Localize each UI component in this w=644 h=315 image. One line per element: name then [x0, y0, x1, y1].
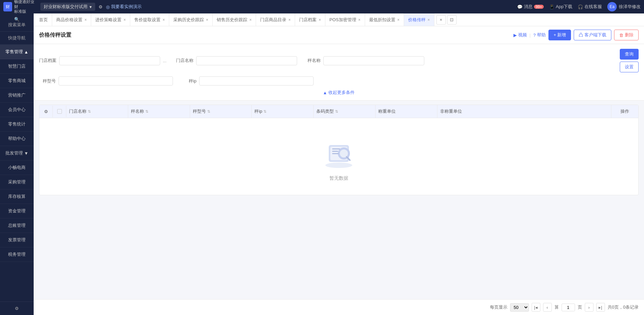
header-checkbox[interactable]: [57, 109, 62, 114]
tab-close-store-catalog[interactable]: ×: [288, 18, 291, 22]
tab-product-pricing[interactable]: 商品价格设置 ×: [52, 13, 91, 26]
per-page-select[interactable]: 50 10 20 100: [510, 303, 529, 312]
prev-page-icon: ‹: [546, 305, 548, 310]
tab-close-purchase-strategy[interactable]: ×: [123, 18, 126, 22]
tab-store-archive[interactable]: 门店档案 ×: [295, 13, 325, 26]
online-service-btn[interactable]: 🎧 在线客服: [578, 4, 602, 10]
form-field-store-archive: 门店档案 ...: [39, 56, 169, 65]
tab-close-product-pricing[interactable]: ×: [84, 18, 87, 22]
delete-btn[interactable]: 🗑 删除: [614, 30, 639, 40]
sidebar-item-general-ledger[interactable]: 总账管理: [0, 218, 34, 233]
sidebar-item-tax-management[interactable]: 税务管理: [0, 247, 34, 262]
download-client-btn[interactable]: 凸 客户端下载: [574, 30, 611, 40]
app-title: 畅捷通好业财 标准版: [14, 0, 37, 14]
tab-pos-management[interactable]: POS加密管理 ×: [325, 13, 365, 26]
form-field-scale-model: 秤型号: [39, 76, 173, 85]
svg-rect-8: [332, 153, 339, 154]
sidebar-quick-nav[interactable]: 快捷导航: [0, 32, 34, 45]
sort-icon-store[interactable]: ⇅: [88, 109, 91, 114]
tab-close-purchase-history[interactable]: ×: [206, 18, 208, 22]
page-label: 算: [554, 304, 559, 310]
sidebar-search[interactable]: 🔍 搜索菜单: [0, 13, 34, 32]
version-selector[interactable]: 好业财标准版交付试用 ▾: [40, 3, 95, 11]
settings-form-btn[interactable]: 设置: [620, 62, 639, 72]
sidebar-item-retail-mall[interactable]: 零售商城: [0, 74, 34, 88]
user-menu-btn[interactable]: Ea 徐泽华修改: [607, 2, 641, 11]
collapse-btn[interactable]: ▲ 收起更多条件: [323, 90, 355, 96]
page-number-input[interactable]: [562, 304, 575, 311]
sidebar-item-smart-store[interactable]: 智慧门店: [0, 59, 34, 74]
sort-icon-scale-name[interactable]: ⇅: [145, 109, 148, 114]
first-page-icon: |◂: [534, 305, 537, 310]
top-bar-right: 💬 消息 99+ 📱 App下载 🎧 在线客服 Ea 徐泽华修改: [517, 2, 641, 11]
sidebar-item-marketing[interactable]: 营销推广: [0, 88, 34, 103]
tab-min-discount[interactable]: 最低折扣设置 ×: [365, 13, 404, 26]
search-form: 门店档案 ... 门店名称 秤名称: [34, 44, 644, 101]
sidebar-item-label: 资金管理: [8, 208, 26, 214]
video-link[interactable]: ▶ 视频: [513, 32, 527, 38]
demo-link[interactable]: ◎ 我要看实例演示: [106, 4, 142, 10]
tab-close-current-btn[interactable]: ×: [436, 15, 446, 25]
tab-home[interactable]: 首页: [35, 13, 52, 26]
th-settings[interactable]: ⚙: [39, 106, 53, 117]
separator-1: |: [530, 33, 531, 38]
tab-price-extract[interactable]: 售价提取设置 ×: [130, 13, 169, 26]
messages-btn[interactable]: 💬 消息 99+: [517, 4, 544, 10]
th-scale-model: 秤型号 ⇅: [190, 105, 252, 118]
tab-close-price-scale[interactable]: ×: [428, 18, 430, 22]
tab-close-price-extract[interactable]: ×: [163, 18, 165, 22]
last-page-btn[interactable]: ▸|: [596, 303, 605, 312]
app-download-btn[interactable]: 📱 App下载: [549, 4, 572, 10]
store-archive-input[interactable]: [59, 56, 160, 65]
sort-icon-scale-ip[interactable]: ⇅: [263, 109, 266, 114]
sidebar-item-retail-stats[interactable]: 零售统计: [0, 117, 34, 132]
sidebar-item-capital-management[interactable]: 资金管理: [0, 204, 34, 218]
sidebar-item-label: 税务管理: [8, 251, 26, 257]
gear-icon: ⚙: [15, 306, 19, 311]
tab-purchase-history[interactable]: 采购历史价跟踪 ×: [169, 13, 213, 26]
first-page-btn[interactable]: |◂: [532, 303, 540, 312]
settings-icon-top[interactable]: ⚙: [99, 4, 103, 9]
th-checkbox[interactable]: [53, 106, 66, 117]
search-btn[interactable]: 查询: [620, 49, 639, 60]
sidebar: 🔍 搜索菜单 快捷导航 零售管理 ▲ 智慧门店 零售商城 营销推广 会员中心 零…: [0, 13, 34, 315]
help-link[interactable]: ? 帮助: [533, 32, 546, 38]
sidebar-item-inventory[interactable]: 库存核算: [0, 189, 34, 204]
prev-page-btn[interactable]: ‹: [543, 303, 552, 312]
add-btn[interactable]: + 新增: [548, 30, 571, 40]
sidebar-item-wholesale-management[interactable]: 批发管理 ▼: [0, 146, 34, 161]
page-title: 价格传秤设置: [39, 32, 71, 39]
store-archive-ellipsis-btn[interactable]: ...: [160, 57, 169, 65]
tab-sales-history[interactable]: 销售历史价跟踪 ×: [213, 13, 256, 26]
sidebar-item-retail-management[interactable]: 零售管理 ▲: [0, 45, 34, 59]
tab-price-scale[interactable]: 价格传秤 ×: [404, 13, 434, 26]
tab-close-store-archive[interactable]: ×: [319, 18, 321, 22]
sort-icon-barcode-type[interactable]: ⇅: [335, 109, 338, 114]
search-icon: 🔍: [3, 17, 30, 22]
sidebar-item-xiaochangec[interactable]: 小畅电商: [0, 161, 34, 175]
store-name-label: 门店名称: [176, 58, 193, 64]
tab-purchase-strategy[interactable]: 进价策略设置 ×: [91, 13, 130, 26]
sidebar-item-purchase-management[interactable]: 采购管理: [0, 175, 34, 189]
sidebar-item-invoice-management[interactable]: 发票管理: [0, 233, 34, 247]
scale-name-input[interactable]: [323, 56, 424, 65]
tab-store-catalog[interactable]: 门店商品目录 ×: [256, 13, 295, 26]
next-page-btn[interactable]: ›: [585, 303, 594, 312]
tab-close-pos-management[interactable]: ×: [358, 18, 361, 22]
store-name-input[interactable]: [196, 56, 297, 65]
sidebar-item-help-center[interactable]: 帮助中心: [0, 132, 34, 146]
sidebar-settings-btn[interactable]: ⚙: [0, 302, 34, 315]
table-area: ⚙ 门店名称 ⇅ 秤名称 ⇅ 秤型号: [34, 101, 644, 299]
scale-ip-input[interactable]: [199, 76, 314, 85]
main-layout: 🔍 搜索菜单 快捷导航 零售管理 ▲ 智慧门店 零售商城 营销推广 会员中心 零…: [0, 13, 644, 315]
help-icon: ?: [533, 33, 536, 38]
sidebar-item-member-center[interactable]: 会员中心: [0, 103, 34, 117]
tab-close-min-discount[interactable]: ×: [397, 18, 400, 22]
scale-model-input[interactable]: [59, 76, 173, 85]
chevron-up-icon: ▲: [24, 49, 29, 55]
app-logo-icon: 财: [3, 2, 12, 11]
eye-icon: ◎: [106, 4, 110, 9]
tab-close-sales-history[interactable]: ×: [249, 18, 252, 22]
sort-icon-scale-model[interactable]: ⇅: [207, 109, 210, 114]
tab-fullscreen-btn[interactable]: ⊡: [447, 15, 457, 25]
